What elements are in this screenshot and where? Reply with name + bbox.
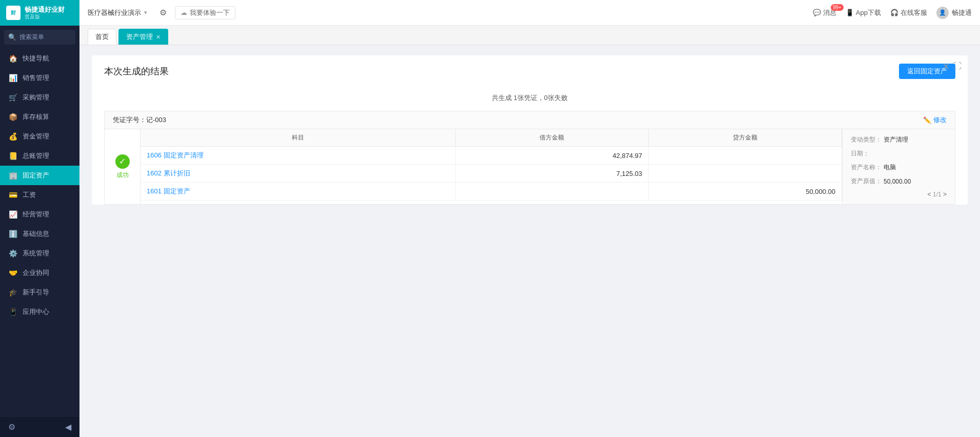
row3-credit: 50,000.00 (649, 183, 842, 201)
voucher-edit-label: 修改 (933, 115, 947, 125)
sidebar-item-label-payroll: 工资 (23, 190, 36, 200)
original-value-value: 50,000.00 (884, 178, 911, 185)
collab-icon: 🤝 (8, 268, 17, 277)
sidebar-item-label-fixedassets: 固定资产 (23, 171, 49, 180)
voucher-side-info: 变动类型： 资产清理 日期： 资产名称： 电脑 资产原值： (842, 129, 955, 204)
topbar-company[interactable]: 医疗器械行业演示 ▾ (88, 8, 147, 17)
voucher-status-col: ✓ 成功 (105, 129, 141, 204)
change-type-label: 变动类型： (851, 135, 882, 144)
sidebar-item-fixedassets[interactable]: 🏢 固定资产 (0, 166, 79, 185)
summary-text: 共生成 1张凭证，0张失败 (492, 94, 568, 102)
tab-close-icon[interactable]: ✕ (156, 34, 161, 41)
voucher-block: 凭证字号：记-003 ✏️ 修改 ✓ 成功 (104, 111, 955, 205)
asset-name-value: 电脑 (884, 163, 896, 172)
voucher-number: 凭证字号：记-003 (113, 115, 166, 125)
voucher-main: ✓ 成功 科目 借方金额 贷方金额 (105, 129, 955, 204)
sidebar-item-appcenter[interactable]: 📱 应用中心 (0, 302, 79, 322)
home-icon: 🏠 (8, 54, 17, 63)
sidebar-item-payroll[interactable]: 💳 工资 (0, 185, 79, 205)
sidebar-item-capital[interactable]: 💰 资金管理 (0, 127, 79, 146)
sidebar-item-collab[interactable]: 🤝 企业协同 (0, 263, 79, 283)
row3-subject: 1601 固定资产 (141, 183, 455, 201)
sidebar-title-main: 畅捷通好业财 (25, 6, 65, 14)
sidebar-item-label-collab: 企业协同 (23, 268, 49, 277)
sysadmin-icon: ⚙️ (8, 249, 17, 258)
edit-icon: ✏️ (923, 116, 931, 124)
topbar-app-label: App下载 (856, 8, 881, 17)
sidebar-item-label-sysadmin: 系统管理 (23, 249, 49, 258)
sidebar-title-block: 畅捷通好业财 普及版 (25, 6, 65, 20)
sidebar-item-label-sales: 销售管理 (23, 73, 49, 83)
sidebar-search[interactable]: 🔍 搜索菜单 (4, 30, 75, 45)
sidebar-item-label-ledger: 总账管理 (23, 151, 49, 161)
sidebar-item-operations[interactable]: 📈 经营管理 (0, 205, 79, 224)
appcenter-icon: 📱 (8, 307, 17, 316)
sidebar-item-ledger[interactable]: 📒 总账管理 (0, 146, 79, 166)
collapse-sidebar-icon[interactable]: ◀ (65, 422, 71, 432)
topbar-service-label: 在线客服 (901, 8, 927, 17)
inventory-icon: 📦 (8, 112, 17, 122)
topbar-experience[interactable]: ☁ 我要体验一下 (175, 6, 235, 19)
sidebar-item-label-inventory: 库存核算 (23, 112, 49, 122)
topbar-messages[interactable]: 💬 消息 99+ (813, 8, 836, 17)
sidebar-item-label-guide: 新手引导 (23, 288, 49, 297)
sidebar-item-label-purchase: 采购管理 (23, 93, 49, 102)
table-row: 1606 固定资产清理 42,874.97 (141, 147, 842, 165)
tab-asset-mgmt[interactable]: 资产管理 ✕ (118, 29, 168, 45)
side-pagination: < 1/1 > (851, 191, 947, 198)
topbar-app-download[interactable]: 📱 App下载 (846, 8, 881, 17)
topbar-experience-icon: ☁ (181, 9, 187, 16)
capital-icon: 💰 (8, 132, 17, 141)
tabbar: 首页 资产管理 ✕ (79, 26, 980, 45)
guide-icon: 🎓 (8, 288, 17, 297)
change-type-value: 资产清理 (884, 135, 908, 144)
payroll-icon: 💳 (8, 190, 17, 200)
app-download-icon: 📱 (846, 9, 854, 16)
sales-icon: 📊 (8, 73, 17, 83)
sidebar-item-purchase[interactable]: 🛒 采购管理 (0, 88, 79, 107)
sidebar-item-basic[interactable]: ℹ️ 基础信息 (0, 224, 79, 244)
topbar-company-name: 医疗器械行业演示 (88, 8, 141, 17)
topbar-experience-label: 我要体验一下 (190, 8, 230, 17)
message-icon: 💬 (813, 9, 821, 16)
tab-home[interactable]: 首页 (88, 29, 116, 45)
sidebar: 财 畅捷通好业财 普及版 🔍 搜索菜单 🏠 快捷导航 📊 销售管理 🛒 采购管理… (0, 0, 79, 437)
sidebar-item-label-operations: 经营管理 (23, 210, 49, 219)
tab-home-label: 首页 (95, 32, 109, 42)
row1-debit: 42,874.97 (455, 147, 649, 165)
success-text: 成功 (116, 171, 129, 180)
result-summary: 共生成 1张凭证，0张失败 (92, 85, 968, 111)
topbar-online-service[interactable]: 🎧 在线客服 (890, 8, 927, 17)
date-label: 日期： (851, 149, 879, 158)
topbar-company-chevron-icon: ▾ (144, 9, 147, 16)
side-info-date: 日期： (851, 149, 947, 158)
pagination-next-icon[interactable]: > (943, 191, 947, 198)
side-info-original-value: 资产原值： 50,000.00 (851, 177, 947, 186)
topbar: 医疗器械行业演示 ▾ ⚙ ☁ 我要体验一下 💬 消息 99+ 📱 App下载 🎧… (79, 0, 980, 26)
sidebar-item-sysadmin[interactable]: ⚙️ 系统管理 (0, 244, 79, 263)
sidebar-item-guide[interactable]: 🎓 新手引导 (0, 283, 79, 302)
pagination-prev-icon[interactable]: < (928, 191, 931, 198)
basic-icon: ℹ️ (8, 229, 17, 239)
sidebar-nav: 🏠 快捷导航 📊 销售管理 🛒 采购管理 📦 库存核算 💰 资金管理 📒 总账管… (0, 49, 79, 417)
sidebar-item-label-capital: 资金管理 (23, 132, 49, 141)
row1-credit (649, 147, 842, 165)
operations-icon: 📈 (8, 210, 17, 219)
expand-panel-icon[interactable]: ⛶ (953, 62, 962, 71)
topbar-user[interactable]: 👤 畅捷通 (936, 7, 972, 19)
table-row: 1602 累计折旧 7,125.03 (141, 165, 842, 183)
sidebar-item-label-appcenter: 应用中心 (23, 307, 49, 316)
settings-icon[interactable]: ⚙ (8, 422, 15, 432)
topbar-right: 💬 消息 99+ 📱 App下载 🎧 在线客服 👤 畅捷通 (813, 7, 972, 19)
sidebar-item-sales[interactable]: 📊 销售管理 (0, 68, 79, 88)
row1-subject: 1606 固定资产清理 (141, 147, 455, 165)
sidebar-item-quicknav[interactable]: 🏠 快捷导航 (0, 49, 79, 68)
topbar-settings-icon[interactable]: ⚙ (157, 6, 169, 19)
voucher-edit-button[interactable]: ✏️ 修改 (923, 115, 947, 125)
close-panel-icon[interactable]: ✕ (943, 62, 949, 71)
fixedassets-icon: 🏢 (8, 171, 17, 180)
sidebar-item-inventory[interactable]: 📦 库存核算 (0, 107, 79, 127)
topbar-messages-badge: 99+ (831, 4, 844, 11)
row2-credit (649, 165, 842, 183)
table-row: 1601 固定资产 50,000.00 (141, 183, 842, 201)
